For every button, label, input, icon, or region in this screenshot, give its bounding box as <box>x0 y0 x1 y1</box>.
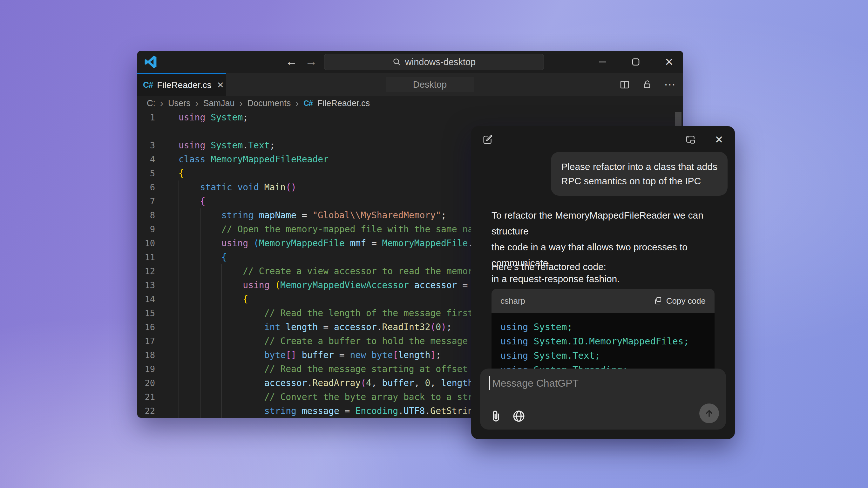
code-line: using System.Text; <box>500 348 706 363</box>
copy-code-button[interactable]: Copy code <box>654 296 706 306</box>
assistant-reply-line: Here's the refactored code: <box>492 262 723 272</box>
line-number: 13 <box>137 278 164 292</box>
code-block: csharp Copy code using System;using Syst… <box>492 289 715 369</box>
text-cursor <box>489 376 490 390</box>
code-block-body: using System;using System.IO.MemoryMappe… <box>492 313 715 369</box>
tab-filereader[interactable]: C# FileReader.cs ✕ <box>137 73 226 96</box>
search-icon <box>392 58 401 66</box>
web-search-icon[interactable] <box>512 409 526 423</box>
csharp-file-icon: C# <box>143 80 153 90</box>
tab-bar: C# FileReader.cs ✕ Desktop ⋯ <box>137 73 683 96</box>
line-number: 11 <box>137 250 164 264</box>
input-placeholder: Message ChatGPT <box>492 377 579 389</box>
unlock-icon[interactable] <box>642 80 652 90</box>
indent-guide <box>243 306 243 418</box>
breadcrumb: C:›Users›SamJau›Documents›C#FileReader.c… <box>147 96 370 111</box>
breadcrumb-separator: › <box>296 98 299 109</box>
line-number: 22 <box>137 404 164 418</box>
line-number: 18 <box>137 348 164 362</box>
code-line: using System.IO.MemoryMappedFiles; <box>500 334 706 348</box>
new-chat-icon[interactable] <box>482 134 493 145</box>
code-block-header: csharp Copy code <box>492 289 715 313</box>
line-number: 14 <box>137 292 164 306</box>
breadcrumb-item[interactable]: SamJau <box>203 98 235 108</box>
send-button[interactable] <box>699 403 719 423</box>
search-value: windows-desktop <box>405 57 476 67</box>
line-number: 7 <box>137 194 164 208</box>
code-line: 1using System; <box>137 111 683 125</box>
breadcrumb-item[interactable]: C: <box>147 98 155 108</box>
arrow-up-icon <box>704 408 715 419</box>
minimize-button[interactable] <box>594 51 611 73</box>
breadcrumb-separator: › <box>195 98 198 109</box>
breadcrumb-file[interactable]: FileReader.cs <box>317 98 370 108</box>
line-number: 12 <box>137 264 164 278</box>
indent-guide <box>200 208 200 418</box>
code-line: using System; <box>500 320 706 334</box>
tab-close-icon[interactable]: ✕ <box>217 80 224 90</box>
chat-close-icon[interactable]: ✕ <box>713 134 725 145</box>
copy-icon <box>654 297 662 305</box>
breadcrumb-item[interactable]: Documents <box>248 98 291 108</box>
line-number: 15 <box>137 306 164 320</box>
desktop-group-label: Desktop <box>386 77 474 92</box>
assistant-reply-text: To refactor the MemoryMappedFileReader w… <box>492 208 723 287</box>
line-number: 1 <box>137 111 164 125</box>
tab-label: FileReader.cs <box>157 80 211 90</box>
line-number: 4 <box>137 152 164 166</box>
window-close-button[interactable]: ✕ <box>661 51 677 73</box>
csharp-file-icon: C# <box>303 99 313 108</box>
line-number: 5 <box>137 166 164 180</box>
more-actions-icon[interactable]: ⋯ <box>664 78 676 91</box>
line-number: 3 <box>137 139 164 152</box>
nav-back-button[interactable]: ← <box>283 51 299 73</box>
picture-in-picture-icon[interactable] <box>685 134 696 145</box>
titlebar: ← → windows-desktop ✕ <box>137 51 683 73</box>
code-language-label: csharp <box>500 296 525 306</box>
breadcrumb-item[interactable]: Users <box>168 98 191 108</box>
split-editor-icon[interactable] <box>620 80 630 90</box>
line-number: 17 <box>137 334 164 348</box>
line-number: 10 <box>137 236 164 250</box>
line-number: 20 <box>137 376 164 390</box>
line-number: 9 <box>137 222 164 236</box>
line-number <box>137 125 164 139</box>
user-message-bubble: Please refactor into a class that adds R… <box>551 152 727 196</box>
maximize-button[interactable] <box>627 51 644 73</box>
indent-guide <box>221 264 222 418</box>
line-number: 16 <box>137 320 164 334</box>
attachment-icon[interactable] <box>489 409 503 423</box>
line-number: 21 <box>137 390 164 404</box>
command-search-box[interactable]: windows-desktop <box>324 54 544 70</box>
vscode-logo <box>144 56 157 68</box>
breadcrumb-separator: › <box>240 98 243 109</box>
indent-guide <box>179 180 179 418</box>
line-number: 19 <box>137 362 164 376</box>
breadcrumb-separator: › <box>160 98 163 109</box>
line-number: 6 <box>137 180 164 194</box>
message-input[interactable]: Message ChatGPT <box>480 369 726 430</box>
line-number: 8 <box>137 208 164 222</box>
chatgpt-panel: ✕ Please refactor into a class that adds… <box>471 126 735 439</box>
nav-forward-button[interactable]: → <box>303 51 319 73</box>
